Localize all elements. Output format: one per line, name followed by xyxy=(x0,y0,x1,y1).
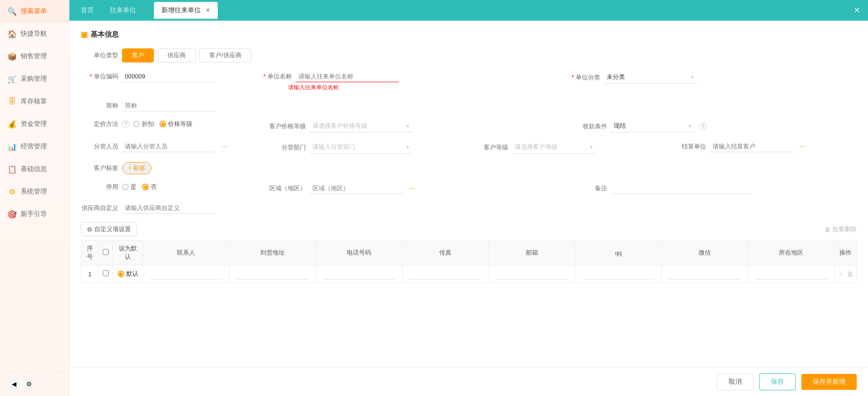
tab-new-partner-close[interactable]: ✕ xyxy=(206,7,210,14)
sidebar-item-quicknav[interactable]: 🏠 快捷导航 xyxy=(0,23,69,45)
table-select-all[interactable] xyxy=(103,249,109,255)
manager-more-btn[interactable]: ··· xyxy=(220,142,229,151)
section-basic-info: ▣ 基本信息 xyxy=(81,30,857,39)
row-contact-input[interactable] xyxy=(150,268,222,280)
unit-code-input[interactable] xyxy=(122,71,216,82)
col-action: 操作 xyxy=(834,241,856,265)
sidebar-bottom: ◀ ⚙ xyxy=(0,371,69,396)
col-phone: 电话号码 xyxy=(316,241,402,265)
form-footer: 取消 保存 保存并新增 xyxy=(69,367,868,396)
row-email-input[interactable] xyxy=(496,268,568,280)
tag-label: 客户标签 xyxy=(81,164,118,172)
short-name-input[interactable] xyxy=(122,100,216,111)
payment-terms-select[interactable]: 现结 ▼ xyxy=(611,120,695,132)
remarks-label: 备注 xyxy=(570,184,607,193)
sidebar-expand-btn[interactable]: ◀ xyxy=(8,377,21,390)
unit-btn-supplier[interactable]: 供应商 xyxy=(158,48,196,62)
payment-terms-help-icon[interactable]: ? xyxy=(699,123,707,130)
short-name-label: 简称 xyxy=(81,101,118,110)
pricing-help-icon[interactable]: ? xyxy=(122,120,129,128)
unit-type-row: 单位类型 客户 供应商 客户/供应商 xyxy=(81,48,857,62)
sidebar-item-finance[interactable]: 💰 资金管理 xyxy=(0,113,69,135)
tab-home[interactable]: 首页 xyxy=(73,2,101,19)
unit-category-value: 未分类 xyxy=(607,73,688,81)
pricing-row: 定价方法 ? 折扣 价格等级 客户价格等级 请选择客户价格等级 xyxy=(81,120,857,132)
supplier-custom-input[interactable] xyxy=(122,202,216,214)
sidebar-item-basic[interactable]: 📋 基础信息 xyxy=(0,158,69,180)
sidebar-item-guide[interactable]: 🎯 新手引导 xyxy=(0,203,69,225)
customer-level-arrow: ▼ xyxy=(589,145,594,150)
col-fax: 传真 xyxy=(402,241,488,265)
sidebar-item-inventory[interactable]: 🗄 库存核算 xyxy=(0,90,69,113)
remarks-input[interactable] xyxy=(611,183,752,194)
purchase-icon: 🛒 xyxy=(8,74,17,84)
sidebar-item-purchase[interactable]: 🛒 采购管理 xyxy=(0,68,69,90)
row-delete-icon[interactable]: 🗑 xyxy=(847,270,853,278)
customer-level-field: 客户等级 请选择客户等级 ▼ xyxy=(471,141,659,154)
cancel-button[interactable]: 取消 xyxy=(717,373,754,390)
tab-partner[interactable]: 往来单位 ✕ xyxy=(102,2,153,19)
pricing-discount-circle xyxy=(133,121,140,127)
save-new-button[interactable]: 保存并新增 xyxy=(801,374,857,390)
region-input[interactable] xyxy=(310,183,404,194)
add-tag-btn[interactable]: + 标签 xyxy=(122,162,152,174)
customer-level-select[interactable]: 请选择客户等级 ▼ xyxy=(512,141,596,154)
unit-name-label: 单位名称 xyxy=(254,72,292,81)
unit-name-input[interactable] xyxy=(296,71,399,82)
customer-price-level-select[interactable]: 请选择客户价格等级 ▼ xyxy=(310,120,413,132)
category-dropdown-arrow: ▼ xyxy=(690,75,695,80)
department-label: 分管部门 xyxy=(268,143,306,152)
pricing-level-label: 价格等级 xyxy=(168,120,192,128)
region-more-btn[interactable]: ··· xyxy=(407,184,417,193)
supplier-custom-field: 供应商自定义 xyxy=(81,202,259,214)
sidebar-item-sales[interactable]: 📦 销售管理 xyxy=(0,45,69,68)
tab-partner-close[interactable]: ✕ xyxy=(141,7,145,14)
settlement-unit-label: 结算单位 xyxy=(669,142,706,151)
disabled-radio-group: 是 否 xyxy=(122,183,157,191)
sidebar-item-label: 资金管理 xyxy=(21,120,47,128)
unit-btn-customer[interactable]: 客户 xyxy=(122,48,154,62)
unit-btn-both[interactable]: 客户/供应商 xyxy=(199,48,251,62)
sidebar-item-system[interactable]: ⚙ 系统管理 xyxy=(0,180,69,203)
sidebar: 🔍 搜索菜单 🏠 快捷导航 📦 销售管理 🛒 采购管理 🗄 库存核算 💰 资金管… xyxy=(0,0,69,396)
disabled-no-radio[interactable]: 否 xyxy=(142,183,157,191)
row-seq: 1 xyxy=(81,265,99,283)
unit-type-label: 单位类型 xyxy=(81,51,118,60)
disabled-yes-radio[interactable]: 是 xyxy=(122,183,137,191)
row-default-radio[interactable] xyxy=(118,271,124,277)
batch-delete-btn[interactable]: 🗑 批量删除 xyxy=(824,225,857,233)
sidebar-item-search[interactable]: 🔍 搜索菜单 xyxy=(0,0,69,23)
settlement-more-btn[interactable]: ··· xyxy=(798,142,808,151)
sidebar-item-label: 快捷导航 xyxy=(21,30,47,38)
tag-field: 客户标签 + 标签 xyxy=(81,162,857,174)
row-checkbox[interactable] xyxy=(103,270,109,276)
disabled-yes-label: 是 xyxy=(130,183,137,191)
tab-new-partner[interactable]: 新增往来单位 ✕ xyxy=(154,2,218,19)
payment-terms-label: 收款条件 xyxy=(570,122,607,131)
unit-category-select[interactable]: 未分类 ▼ xyxy=(604,71,698,84)
row-delivery-addr-input[interactable] xyxy=(236,268,309,280)
department-select[interactable]: 请输入分管部门 ▼ xyxy=(310,141,413,154)
pricing-discount-radio[interactable]: 折扣 xyxy=(133,120,154,128)
unit-category-field: 单位分类 未分类 ▼ xyxy=(563,71,857,84)
sidebar-item-operation[interactable]: 📊 经营管理 xyxy=(0,135,69,158)
settlement-unit-input[interactable] xyxy=(710,141,794,152)
tab-bar-close[interactable]: ✕ xyxy=(850,5,864,16)
pricing-level-radio[interactable]: 价格等级 xyxy=(160,120,192,128)
manager-input[interactable] xyxy=(122,141,216,152)
price-level-arrow: ▼ xyxy=(405,124,410,129)
batch-delete-label: 批量删除 xyxy=(832,225,857,233)
row-region-input[interactable] xyxy=(755,268,827,280)
row-add-icon[interactable]: ＋ xyxy=(838,270,844,278)
row-fax-input[interactable] xyxy=(409,268,481,280)
delete-icon: 🗑 xyxy=(824,226,830,233)
save-button[interactable]: 保存 xyxy=(759,373,796,390)
tab-home-label: 首页 xyxy=(81,6,94,15)
row-qq-input[interactable] xyxy=(582,268,655,280)
sidebar-settings-btn[interactable]: ⚙ xyxy=(23,377,36,390)
row-wechat-input[interactable] xyxy=(669,268,741,280)
row-phone-input[interactable] xyxy=(323,268,395,280)
custom-settings-btn[interactable]: ⚙ 自定义项设置 xyxy=(81,222,137,236)
department-placeholder: 请输入分管部门 xyxy=(312,143,404,151)
code-name-category-row: 单位编码 单位名称 请输入往来单位名称 单位分类 未分类 ▼ xyxy=(81,71,857,92)
